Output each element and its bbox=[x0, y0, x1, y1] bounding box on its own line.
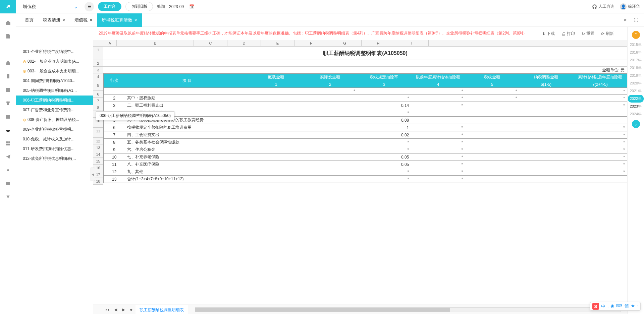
switch-old-button[interactable]: 切到旧版 bbox=[125, 2, 153, 11]
col-header[interactable]: F bbox=[294, 40, 328, 46]
col-header[interactable]: D bbox=[227, 40, 261, 46]
tax-type-dropdown[interactable]: 增值税 ⌄ bbox=[20, 2, 80, 11]
tab-3[interactable]: 所得税汇算清缴× bbox=[97, 13, 142, 27]
table-cell[interactable] bbox=[249, 117, 303, 124]
table-cell[interactable]: * bbox=[411, 124, 465, 131]
table-cell[interactable] bbox=[465, 117, 519, 124]
table-cell[interactable] bbox=[465, 176, 519, 183]
table-cell[interactable] bbox=[249, 168, 303, 176]
table-cell[interactable]: 五、各类基本社会保障性缴款 bbox=[125, 139, 249, 146]
table-cell[interactable]: 8 bbox=[104, 139, 125, 146]
table-cell[interactable]: * bbox=[411, 139, 465, 146]
sheet-nav-next[interactable]: ▶ bbox=[119, 307, 127, 312]
table-cell[interactable]: * bbox=[411, 168, 465, 176]
table-cell[interactable] bbox=[519, 161, 573, 168]
sheet-tab[interactable]: 职工薪酬纳税调整明细表 bbox=[136, 305, 188, 314]
table-cell[interactable] bbox=[249, 124, 303, 131]
table-cell[interactable] bbox=[303, 176, 357, 183]
table-cell[interactable]: * bbox=[411, 146, 465, 153]
table-cell[interactable] bbox=[465, 124, 519, 131]
table-cell[interactable]: * bbox=[465, 88, 519, 95]
table-cell[interactable]: 0.05 bbox=[357, 161, 411, 168]
table-cell[interactable]: * bbox=[411, 88, 465, 95]
table-cell[interactable]: 其中：股权激励 bbox=[125, 95, 249, 102]
year-down-button[interactable]: ⌄ bbox=[632, 120, 640, 128]
table-cell[interactable]: 9 bbox=[104, 146, 125, 153]
app-logo[interactable] bbox=[0, 0, 16, 13]
table-cell[interactable]: * bbox=[411, 131, 465, 139]
table-cell[interactable]: * bbox=[573, 139, 627, 146]
table-cell[interactable] bbox=[519, 102, 573, 109]
sheet-nav-last[interactable]: ⏭ bbox=[127, 307, 136, 312]
table-cell[interactable]: * bbox=[357, 139, 411, 146]
table-cell[interactable]: 七、补充养老保险 bbox=[125, 153, 249, 161]
table-cell[interactable]: 四、工会经费支出 bbox=[125, 131, 249, 139]
row-header[interactable]: 15 bbox=[93, 158, 103, 165]
toggle-button[interactable]: ☰ bbox=[85, 2, 94, 11]
table-cell[interactable]: 13 bbox=[104, 176, 125, 183]
table-cell[interactable]: * bbox=[573, 95, 627, 102]
form-item-9[interactable]: 010-免税、减计收入及加计... bbox=[16, 134, 93, 144]
table-cell[interactable]: * bbox=[573, 102, 627, 109]
year-item[interactable]: 2024年 bbox=[628, 110, 644, 118]
table-cell[interactable]: 3 bbox=[104, 102, 125, 109]
ime-item[interactable]: ◉ bbox=[610, 303, 614, 309]
col-header[interactable]: H bbox=[362, 40, 395, 46]
table-cell[interactable]: * bbox=[573, 168, 627, 176]
nav-calendar-icon[interactable] bbox=[3, 111, 13, 122]
nav-settings-icon[interactable] bbox=[3, 165, 13, 176]
year-item[interactable]: 2017年 bbox=[628, 56, 644, 64]
table-cell[interactable] bbox=[519, 153, 573, 161]
table-cell[interactable]: 10 bbox=[104, 153, 125, 161]
table-cell[interactable] bbox=[465, 153, 519, 161]
table-cell[interactable]: 按税收规定全额扣除的职工培训费用 bbox=[125, 124, 249, 131]
form-item-1[interactable]: ⊘002-一般企业收入明细表(A... bbox=[16, 57, 93, 66]
table-cell[interactable]: * bbox=[465, 95, 519, 102]
tab-close-icon[interactable]: × bbox=[62, 17, 65, 23]
nav-chart-icon[interactable] bbox=[3, 44, 13, 55]
table-cell[interactable]: 0.02 bbox=[357, 131, 411, 139]
table-cell[interactable] bbox=[249, 139, 303, 146]
table-cell[interactable]: * bbox=[573, 161, 627, 168]
sheet-nav-prev[interactable]: ◀ bbox=[111, 307, 119, 312]
table-cell[interactable] bbox=[303, 139, 357, 146]
col-header[interactable]: B bbox=[117, 40, 194, 46]
row-header[interactable]: 5 bbox=[93, 82, 103, 91]
nav-report-icon[interactable] bbox=[3, 84, 13, 95]
table-cell[interactable] bbox=[519, 168, 573, 176]
table-cell[interactable]: * bbox=[411, 176, 465, 183]
table-cell[interactable]: * bbox=[357, 109, 411, 117]
tab-close-icon[interactable]: × bbox=[90, 17, 92, 23]
collapse-sidebar-handle[interactable]: ◀ bbox=[91, 168, 95, 181]
table-cell[interactable] bbox=[573, 109, 627, 117]
table-cell[interactable] bbox=[465, 131, 519, 139]
table-cell[interactable] bbox=[104, 88, 125, 95]
col-header[interactable]: C bbox=[194, 40, 227, 46]
table-cell[interactable] bbox=[465, 109, 519, 117]
form-item-11[interactable]: 012-减免所得税优惠明细表(... bbox=[16, 154, 93, 164]
tab-0[interactable]: 首页 bbox=[20, 13, 38, 27]
table-cell[interactable]: 11 bbox=[104, 161, 125, 168]
year-item[interactable]: 2020年 bbox=[628, 79, 644, 87]
table-cell[interactable]: 6 bbox=[104, 124, 125, 131]
table-cell[interactable] bbox=[249, 161, 303, 168]
table-cell[interactable]: 1 bbox=[357, 124, 411, 131]
table-cell[interactable] bbox=[573, 117, 627, 124]
table-cell[interactable]: 12 bbox=[104, 168, 125, 176]
consult-button[interactable]: 🎧 人工咨询 bbox=[592, 4, 614, 9]
table-cell[interactable] bbox=[519, 117, 573, 124]
table-cell[interactable] bbox=[249, 102, 303, 109]
table-cell[interactable] bbox=[303, 161, 357, 168]
table-cell[interactable]: 二、职工福利费支出 bbox=[125, 102, 249, 109]
table-cell[interactable]: * bbox=[357, 176, 411, 183]
year-item[interactable]: 2018年 bbox=[628, 64, 644, 72]
row-header[interactable]: 3 bbox=[93, 67, 103, 73]
horizontal-scrollbar[interactable] bbox=[195, 307, 621, 312]
table-cell[interactable] bbox=[303, 109, 357, 117]
workbench-button[interactable]: 工作台 bbox=[98, 2, 121, 11]
refresh-button[interactable]: ⟳刷新 bbox=[601, 31, 614, 37]
tab-1[interactable]: 税表清册× bbox=[38, 13, 70, 27]
reset-button[interactable]: ↻重置 bbox=[582, 31, 594, 37]
table-cell[interactable] bbox=[465, 161, 519, 168]
table-cell[interactable]: * bbox=[303, 88, 357, 95]
